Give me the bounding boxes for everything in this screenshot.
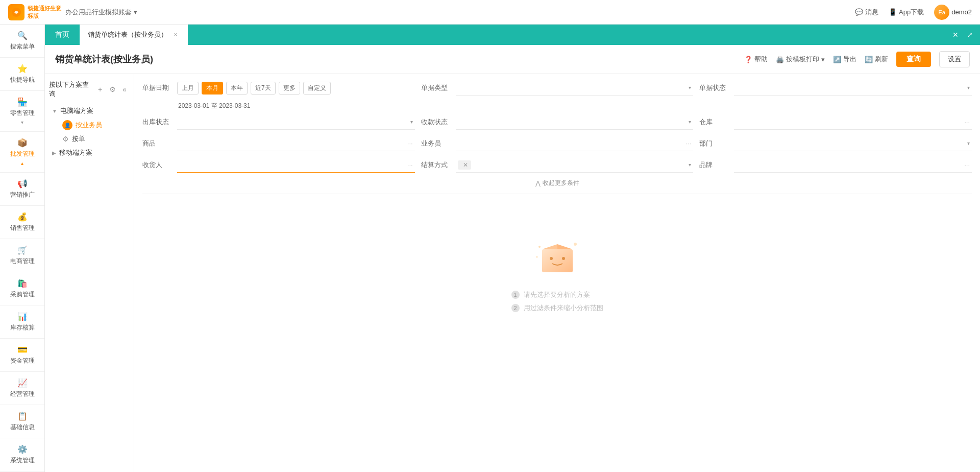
sidebar-item-label: 经营管理	[10, 390, 35, 398]
settle-input[interactable]: ✕ ▾	[456, 157, 694, 173]
receive-status-input[interactable]: ▾	[456, 114, 694, 130]
sidebar-item-ecommerce[interactable]: 🛒 电商管理	[0, 239, 44, 272]
print-icon: 🖨️	[776, 56, 784, 63]
out-status-input[interactable]: ▾	[177, 114, 415, 130]
user-profile[interactable]: Ea demo2	[934, 5, 972, 20]
goods-input[interactable]: ···	[177, 136, 415, 151]
empty-icon	[532, 229, 583, 280]
tree-item-mobile-section[interactable]: ▶ 移动端方案	[49, 146, 130, 160]
doc-type-input[interactable]: ▾	[456, 80, 694, 96]
app-download-action[interactable]: 📱 App下载	[889, 8, 924, 17]
brand-input[interactable]: ···	[734, 157, 972, 173]
receiver-label: 收货人	[142, 160, 173, 170]
retail-icon: 🏪	[17, 97, 28, 107]
tip-text-1: 请先选择要分析的方案	[524, 290, 590, 299]
receiver-input[interactable]: ···	[177, 157, 415, 173]
export-button[interactable]: ↗️ 导出	[833, 55, 856, 64]
sidebar-item-sales[interactable]: 💰 销售管理	[0, 206, 44, 239]
print-button[interactable]: 🖨️ 按模板打印 ▾	[776, 55, 825, 64]
staff-input[interactable]: ···	[456, 136, 694, 151]
receive-status-label: 收款状态	[421, 117, 452, 127]
header-right: 💬 消息 📱 App下载 Ea demo2	[855, 5, 972, 20]
date-option-label: 更多	[283, 84, 296, 91]
sidebar-item-finance[interactable]: 💳 资金管理	[0, 339, 44, 372]
help-label: 帮助	[754, 55, 768, 64]
sidebar-item-shortcuts[interactable]: ⭐ 快捷导航	[0, 58, 44, 91]
tip-text-2: 用过滤条件来缩小分析范围	[524, 303, 603, 313]
warehouse-input[interactable]: ···	[734, 114, 972, 130]
tab-close-button[interactable]: ×	[172, 31, 180, 39]
refresh-button[interactable]: 🔄 刷新	[865, 55, 888, 64]
sidebar-item-basic-info[interactable]: 📋 基础信息	[0, 405, 44, 438]
tip-num-2: 2	[511, 304, 520, 312]
sidebar-item-system[interactable]: ⚙️ 系统管理	[0, 438, 44, 471]
tree-item-by-order[interactable]: ⚙ 按单	[59, 132, 130, 146]
filter-cell-staff: 业务员 ···	[421, 136, 694, 151]
date-btn-this-month[interactable]: 本月	[202, 82, 223, 95]
add-scheme-button[interactable]: +	[95, 84, 105, 95]
sidebar-item-operations[interactable]: 📈 经营管理	[0, 372, 44, 405]
sidebar-item-search[interactable]: 🔍 搜索菜单	[0, 25, 44, 58]
empty-state: 1 请先选择要分析的方案 2 用过滤条件来缩小分析范围	[142, 198, 972, 343]
export-icon: ↗️	[833, 56, 841, 63]
doc-status-input[interactable]: ▾	[734, 80, 972, 96]
sidebar-item-inventory[interactable]: 📊 库存核算	[0, 305, 44, 339]
help-icon: ❓	[744, 56, 752, 63]
settle-tag-close-button[interactable]: ✕	[463, 161, 468, 169]
tree-item-pc-section[interactable]: ▼ 电脑端方案	[49, 104, 130, 118]
doc-status-label: 单据状态	[699, 83, 730, 92]
sidebar-item-label: 批发管理	[10, 150, 35, 158]
refresh-icon: 🔄	[865, 56, 873, 63]
logo-area: 畅捷通好生意 标版	[8, 4, 61, 20]
left-panel-title: 按以下方案查询	[49, 80, 95, 99]
out-status-label: 出库状态	[142, 117, 173, 127]
tip-num-1: 1	[511, 291, 520, 299]
tab-close-all-button[interactable]: ✕	[949, 29, 962, 41]
shortcuts-icon: ⭐	[17, 64, 28, 74]
sidebar-item-purchase[interactable]: 🛍️ 采购管理	[0, 272, 44, 305]
page-content: 销货单统计表(按业务员) ❓ 帮助 🖨️ 按模板打印 ▾ ↗️ 导出	[45, 45, 980, 472]
filter-cell-warehouse: 仓库 ···	[699, 114, 972, 130]
tree-item-by-staff[interactable]: 👤 按业务员	[59, 118, 130, 132]
avatar: Ea	[934, 5, 949, 20]
message-action[interactable]: 💬 消息	[855, 8, 878, 17]
warehouse-dots: ···	[964, 118, 970, 126]
date-option-label: 近7天	[255, 84, 271, 91]
date-btn-this-year[interactable]: 本年	[226, 82, 248, 95]
help-button[interactable]: ❓ 帮助	[744, 55, 768, 64]
date-range-display: 2023-03-01 至 2023-03-31	[142, 102, 972, 110]
filter-row-2: 出库状态 ▾ 收款状态 ▾	[142, 114, 972, 130]
staff-label: 业务员	[421, 139, 452, 148]
doc-type-arrow-icon: ▾	[689, 85, 691, 90]
divider	[142, 194, 972, 194]
collapse-panel-button[interactable]: «	[119, 84, 130, 95]
chevron-down-icon: ▾	[134, 8, 137, 16]
date-btn-last-month[interactable]: 上月	[177, 82, 199, 95]
sidebar-item-label: 基础信息	[10, 423, 35, 432]
query-button[interactable]: 查询	[896, 52, 931, 67]
sidebar-item-wholesale[interactable]: 📦 批发管理 ▴	[0, 132, 44, 173]
breadcrumb-dropdown[interactable]: 办公用品行业模拟账套 ▾	[65, 8, 137, 17]
filter-cell-brand: 品牌 ···	[699, 157, 972, 173]
settings-scheme-button[interactable]: ⚙	[107, 84, 117, 95]
filter-cell-out-status: 出库状态 ▾	[142, 114, 415, 130]
tab-home[interactable]: 首页	[45, 25, 80, 45]
tab-active[interactable]: 销货单统计表（按业务员） ×	[80, 25, 188, 45]
basic-info-icon: 📋	[17, 411, 28, 421]
tab-maximize-button[interactable]: ⤢	[964, 29, 976, 41]
export-label: 导出	[843, 55, 856, 64]
left-panel: 按以下方案查询 + ⚙ «	[45, 74, 134, 472]
sidebar-item-retail[interactable]: 🏪 零售管理 ▾	[0, 91, 44, 132]
sidebar-item-label: 营销推广	[10, 191, 35, 199]
svg-rect-1	[542, 249, 573, 272]
filter-cell-date: 单据日期 上月 本月 本年	[142, 80, 415, 96]
date-btn-custom[interactable]: 自定义	[303, 82, 331, 95]
filter-cell-receiver: 收货人 ···	[142, 157, 415, 173]
date-btn-more[interactable]: 更多	[279, 82, 300, 95]
filter-row-4: 收货人 ··· 结算方式 ✕	[142, 157, 972, 173]
dept-input[interactable]: ▾	[734, 136, 972, 151]
settings-button[interactable]: 设置	[939, 51, 970, 67]
date-btn-7days[interactable]: 近7天	[251, 82, 276, 95]
sidebar-item-marketing[interactable]: 📢 营销推广	[0, 173, 44, 206]
collapse-filter-button[interactable]: ⋀ 收起更多条件	[142, 179, 972, 187]
